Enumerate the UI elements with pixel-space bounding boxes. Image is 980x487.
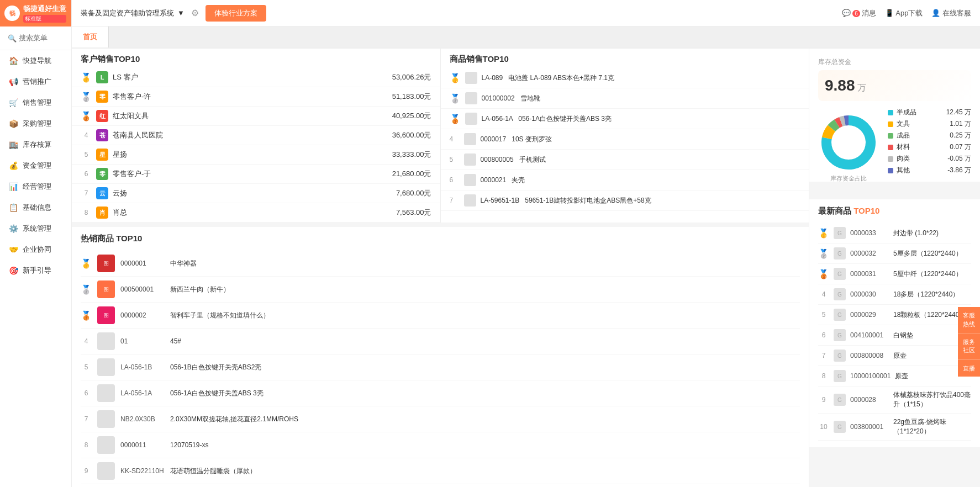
np-rank-10: 10 [818, 423, 829, 431]
sidebar-item-system[interactable]: ⚙️ 系统管理 [0, 218, 71, 239]
hp-rank-6: 6 [81, 389, 92, 397]
sidebar-item-guide[interactable]: 🎯 新手引导 [0, 260, 71, 281]
sidebar-item-purchase[interactable]: 📦 采购管理 [0, 113, 71, 134]
hot-product-1: 🥇 图 0000001 中华神器 [81, 251, 800, 277]
np-code-10: 003800001 [850, 423, 889, 431]
float-widgets: 客服 热线 服务 社区 直播 [958, 307, 980, 377]
tab-home[interactable]: 首页 [72, 27, 109, 47]
trial-button[interactable]: 体验行业方案 [206, 5, 266, 22]
inventory-card: 9.88 万 [818, 70, 971, 101]
np-code-9: 0000028 [850, 396, 889, 404]
logo-icon: 畅 [4, 6, 20, 21]
cust-name-4: 苍南县人民医院 [113, 130, 388, 140]
hp-rank-5: 5 [81, 363, 92, 371]
legend-dot-semifinished [888, 110, 893, 115]
hp-code-6: LA-056-1A [120, 389, 165, 397]
sidebar-item-marketing[interactable]: 📢 营销推广 [0, 71, 71, 92]
page-tabs: 首页 [72, 27, 980, 49]
legend-name-meat: 肉类 [897, 154, 944, 163]
np-rank-8: 8 [818, 372, 829, 380]
hp-medal-2: 🥈 [81, 284, 92, 295]
badge-1: L [96, 71, 108, 83]
np-img-10: G [834, 421, 846, 433]
legend-semifinished: 半成品 12.45 万 [888, 108, 971, 117]
legend-dot-finished [888, 133, 893, 139]
ps-info-4: 0000017 10S 变刑罗弦 [481, 135, 800, 144]
hot-product-5: 5 LA-056-1B 056-1B白色按键开关壳ABS2壳 [81, 354, 800, 380]
sidebar-item-operations[interactable]: 📊 经营管理 [0, 176, 71, 197]
customer-rank-1: 🥇 L LS 客户 53,006.26元 [72, 68, 440, 87]
legend-val-finished: 0.25 万 [950, 131, 971, 140]
message-btn[interactable]: 💬 6 消息 [842, 8, 877, 18]
badge-2: 零 [96, 91, 108, 103]
np-img-8: G [834, 370, 846, 382]
ps-info-6: 0000021 夹壳 [481, 176, 800, 185]
np-item-8: 8 G 10000100001 原壶 [818, 366, 971, 387]
np-item-7: 7 G 000800008 原壶 [818, 346, 971, 366]
hot-product-8: 8 0000011 12070519-xs [81, 432, 800, 458]
hp-code-8: 0000011 [120, 441, 165, 449]
app-badge: 标准版 [23, 15, 66, 23]
hot-product-7: 7 NB2.0X30B 2.0X30MM双搓花轴,搓花直径2.1MM/ROHS [81, 406, 800, 432]
cust-amount-7: 7,680.00元 [396, 188, 431, 198]
system-selector[interactable]: 装备及固定资产辅助管理系统 ▼ [81, 8, 185, 18]
sidebar-item-base-info[interactable]: 📋 基础信息 [0, 197, 71, 218]
np-name-9: 体械荔枝味苏打饮品400毫升（1*15） [893, 390, 971, 409]
legend-finished: 成品 0.25 万 [888, 131, 971, 140]
np-code-1: 0000033 [850, 229, 889, 237]
float-live[interactable]: 直播 [958, 359, 980, 377]
hp-rank-7: 7 [81, 415, 92, 423]
np-name-2: 5厘多层（1220*2440） [893, 249, 971, 258]
app-name: 畅捷通好生意 [23, 4, 66, 14]
badge-5: 星 [96, 149, 108, 161]
hot-product-2: 🥈 图 000500001 新西兰牛肉（新牛） [81, 277, 800, 303]
sidebar-item-quick-nav[interactable]: 🏠 快捷导航 [0, 50, 71, 71]
np-item-10: 10 G 003800001 22g鱼豆腐-烧烤味（1*12*20） [818, 414, 971, 441]
customer-rank-8: 8 肖 肖总 7,563.00元 [72, 203, 440, 223]
np-medal-3: 🥉 [818, 269, 829, 279]
legend-name-finished: 成品 [897, 131, 946, 140]
ps-img-7 [464, 194, 476, 207]
np-code-2: 0000032 [850, 250, 889, 257]
search-menu-button[interactable]: 🔍 搜索菜单 [4, 31, 67, 45]
top-rankings-row: 客户销售TOP10 🥇 L LS 客户 53,006.26元 🥈 零 [72, 49, 809, 223]
np-medal-1: 🥇 [818, 228, 829, 239]
ps-item-6: 6 0000021 夹壳 [441, 170, 809, 190]
online-service-label: 在线客服 [942, 9, 971, 17]
sidebar-item-enterprise[interactable]: 🤝 企业协同 [0, 239, 71, 260]
float-service-community[interactable]: 服务 社区 [958, 333, 980, 359]
rank-num-6: 6 [81, 170, 92, 178]
hp-img-6 [97, 384, 115, 402]
np-img-9: G [834, 394, 846, 406]
float-customer-service[interactable]: 客服 热线 [958, 307, 980, 333]
np-code-6: 004100001 [850, 331, 889, 339]
app-download-btn[interactable]: 📱 App下载 [885, 8, 923, 18]
donut-svg [818, 112, 879, 173]
hp-rank-4: 4 [81, 337, 92, 345]
inventory-legend: 半成品 12.45 万 文具 1.01 万 成品 0.25 万 [888, 108, 971, 177]
settings-icon[interactable]: ⚙ [191, 8, 199, 18]
home-icon: 🏠 [8, 56, 18, 65]
inventory-value: 9.88 [825, 77, 855, 94]
sidebar-item-inventory[interactable]: 🏬 库存核算 [0, 134, 71, 155]
customer-rank-3: 🥉 红 红太阳文具 40,925.00元 [72, 107, 440, 126]
sidebar: 畅 畅捷通好生意 标准版 🔍 搜索菜单 🏠 快捷导航 📢 营销推广 🛒 销售管理… [0, 0, 72, 487]
np-rank-9: 9 [818, 396, 829, 404]
topbar-right: 💬 6 消息 📱 App下载 👤 在线客服 [842, 8, 971, 18]
inventory-section: 库存总资金 9.88 万 [809, 49, 980, 182]
hp-name-1: 中华神器 [170, 259, 800, 268]
sidebar-item-sales[interactable]: 🛒 销售管理 [0, 92, 71, 113]
inventory-icon: 🏬 [8, 140, 18, 149]
nav-label-finance: 资金管理 [23, 161, 51, 171]
rank-num-7: 7 [81, 189, 92, 197]
new-products-title: 最新商品 TOP10 [818, 206, 971, 216]
online-service-btn[interactable]: 👤 在线客服 [931, 8, 971, 18]
body-row: 客户销售TOP10 🥇 L LS 客户 53,006.26元 🥈 零 [72, 49, 980, 487]
hp-medal-3: 🥉 [81, 310, 92, 321]
inventory-chart-area: 库存资金占比 半成品 12.45 万 文具 1.01 万 [818, 108, 971, 177]
badge-3: 红 [96, 110, 108, 122]
medal-1: 🥇 [81, 72, 92, 83]
sidebar-item-finance[interactable]: 💰 资金管理 [0, 155, 71, 176]
hp-medal-1: 🥇 [81, 258, 92, 269]
operations-icon: 📊 [8, 182, 18, 191]
